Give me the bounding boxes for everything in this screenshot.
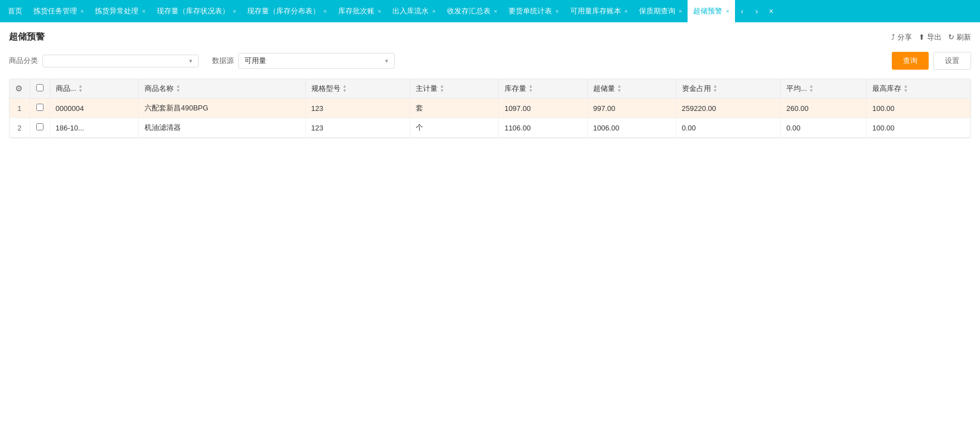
row-maxstock: 100.00: [867, 118, 971, 138]
row-checkbox[interactable]: [36, 104, 44, 111]
row-avg: 260.00: [781, 99, 867, 118]
table-row: 2 186-10... 机油滤清器 123 个 1106.00 1006.00 …: [9, 118, 971, 138]
sort-icon[interactable]: ▲▼: [529, 84, 533, 93]
th-spec[interactable]: 规格型号 ▲▼: [305, 79, 410, 99]
th-stock[interactable]: 库存量 ▲▼: [498, 79, 587, 99]
page-content: 超储预警 ⤴ 分享 ⬆ 导出 ↻ 刷新 商品分类 ▾ 数据源: [0, 22, 980, 147]
row-checkbox-cell[interactable]: [30, 118, 50, 138]
set-button[interactable]: 设置: [933, 52, 971, 70]
page-title-row: 超储预警 ⤴ 分享 ⬆ 导出 ↻ 刷新: [9, 31, 971, 43]
datasource-value: 可用量: [244, 56, 266, 66]
select-all-checkbox[interactable]: [36, 84, 44, 91]
row-code: 186-10...: [50, 118, 139, 138]
close-icon[interactable]: ×: [233, 8, 236, 14]
export-icon: ⬆: [919, 33, 925, 41]
row-over: 997.00: [587, 99, 676, 118]
table-header-row: ⚙ 商品... ▲▼ 商品名称 ▲▼: [9, 79, 971, 99]
th-capital[interactable]: 资金占用 ▲▼: [676, 79, 781, 99]
gear-icon[interactable]: ⚙: [15, 84, 22, 94]
category-select[interactable]: ▾: [42, 55, 199, 67]
refresh-button[interactable]: ↻ 刷新: [948, 32, 971, 42]
sort-icon[interactable]: ▲▼: [343, 84, 347, 93]
row-checkbox[interactable]: [36, 123, 44, 130]
th-unit[interactable]: 主计量 ▲▼: [410, 79, 499, 99]
chevron-down-icon: ▾: [385, 57, 388, 65]
nav-item-flow[interactable]: 出入库流水 ×: [387, 0, 441, 22]
close-icon[interactable]: ×: [624, 8, 628, 14]
close-icon[interactable]: ×: [679, 8, 682, 14]
th-name[interactable]: 商品名称 ▲▼: [139, 79, 305, 99]
row-checkbox-cell[interactable]: [30, 99, 50, 118]
th-checkbox[interactable]: [30, 79, 50, 99]
row-seq: 2: [9, 118, 30, 138]
th-avg[interactable]: 平均... ▲▼: [781, 79, 867, 99]
row-maxstock: 100.00: [867, 99, 971, 118]
datasource-label: 数据源: [212, 56, 234, 66]
filter-row: 商品分类 ▾ 数据源 可用量 ▾ 查询 设置: [9, 52, 971, 70]
nav-item-summary[interactable]: 收发存汇总表 ×: [441, 0, 503, 22]
th-over[interactable]: 超储量 ▲▼: [587, 79, 676, 99]
row-name: 六配套新昌490BPG: [139, 99, 305, 118]
sort-icon[interactable]: ▲▼: [617, 84, 622, 93]
nav-close-button[interactable]: ×: [764, 0, 779, 22]
row-unit: 个: [410, 118, 499, 138]
close-icon[interactable]: ×: [494, 8, 497, 14]
datasource-select[interactable]: 可用量 ▾: [238, 53, 395, 69]
row-capital: 0.00: [676, 118, 781, 138]
row-over: 1006.00: [587, 118, 676, 138]
row-stock: 1097.00: [498, 99, 587, 118]
sort-icon[interactable]: ▲▼: [713, 84, 718, 93]
row-stock: 1106.00: [498, 118, 587, 138]
row-spec: 123: [305, 99, 410, 118]
nav-item-overstock[interactable]: 超储预警 ×: [688, 0, 734, 22]
row-capital: 259220.00: [676, 99, 781, 118]
nav-item-home[interactable]: 首页: [2, 0, 28, 22]
share-button[interactable]: ⤴ 分享: [891, 32, 912, 42]
sort-icon[interactable]: ▲▼: [440, 84, 444, 93]
datasource-filter: 数据源 可用量 ▾: [212, 53, 395, 69]
row-avg: 0.00: [781, 118, 867, 138]
title-actions: ⤴ 分享 ⬆ 导出 ↻ 刷新: [891, 32, 971, 42]
close-icon[interactable]: ×: [432, 8, 435, 14]
nav-item-stock-dist[interactable]: 现存量（库存分布表）×: [242, 0, 332, 22]
category-label: 商品分类: [9, 56, 38, 66]
th-code[interactable]: 商品... ▲▼: [50, 79, 139, 99]
nav-next-button[interactable]: ›: [750, 0, 764, 22]
export-button[interactable]: ⬆ 导出: [919, 32, 941, 42]
nav-item-pick-exception[interactable]: 拣货异常处理 ×: [89, 0, 151, 22]
sort-icon[interactable]: ▲▼: [176, 84, 180, 93]
close-icon[interactable]: ×: [142, 8, 145, 14]
sort-icon[interactable]: ▲▼: [78, 84, 83, 93]
filter-action-btns: 查询 设置: [892, 52, 971, 70]
page-title: 超储预警: [9, 31, 45, 43]
refresh-icon: ↻: [948, 33, 954, 41]
query-button[interactable]: 查询: [892, 52, 929, 70]
nav-item-available[interactable]: 可用量库存账本 ×: [565, 0, 633, 22]
row-seq: 1: [9, 99, 30, 118]
chevron-down-icon: ▾: [189, 57, 193, 65]
th-settings[interactable]: ⚙: [9, 79, 30, 99]
row-code: 0000004: [50, 99, 139, 118]
nav-item-batch[interactable]: 库存批次账 ×: [333, 0, 387, 22]
sort-icon[interactable]: ▲▼: [809, 84, 814, 93]
sort-icon[interactable]: ▲▼: [904, 84, 908, 93]
share-icon: ⤴: [891, 33, 895, 41]
nav-item-order-stat[interactable]: 要货单统计表 ×: [503, 0, 564, 22]
nav-item-stock-status[interactable]: 现存量（库存状况表）×: [151, 0, 242, 22]
nav-item-pick-task[interactable]: 拣货任务管理 ×: [28, 0, 89, 22]
row-unit: 套: [410, 99, 499, 118]
data-table: ⚙ 商品... ▲▼ 商品名称 ▲▼: [9, 79, 971, 138]
nav-item-expiry[interactable]: 保质期查询 ×: [633, 0, 688, 22]
close-icon[interactable]: ×: [378, 8, 381, 14]
nav-prev-button[interactable]: ‹: [735, 0, 750, 22]
close-icon[interactable]: ×: [323, 8, 326, 14]
close-icon[interactable]: ×: [555, 8, 559, 14]
th-maxstock[interactable]: 最高库存 ▲▼: [867, 79, 971, 99]
category-filter: 商品分类 ▾: [9, 55, 199, 67]
row-spec: 123: [305, 118, 410, 138]
nav-bar: 首页 拣货任务管理 × 拣货异常处理 × 现存量（库存状况表）× 现存量（库存分…: [0, 0, 980, 22]
table-row: 1 0000004 六配套新昌490BPG 123 套 1097.00 997.…: [9, 99, 971, 118]
row-name: 机油滤清器: [139, 118, 305, 138]
close-icon[interactable]: ×: [80, 8, 84, 14]
close-icon[interactable]: ×: [726, 8, 729, 14]
